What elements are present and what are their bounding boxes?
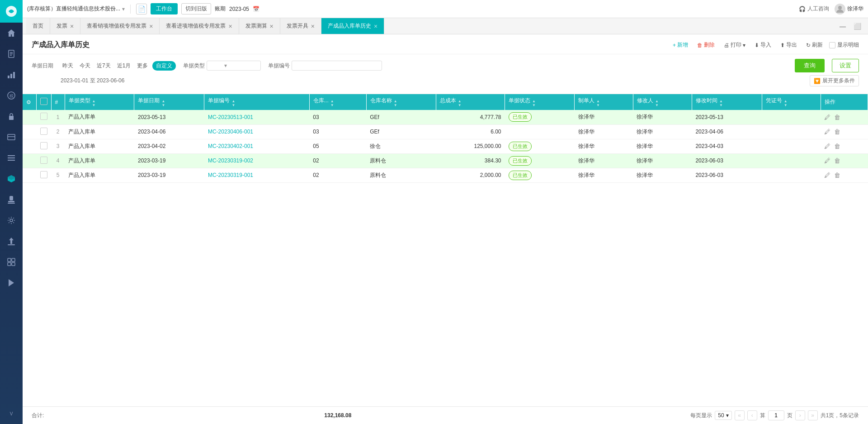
export-button[interactable]: ⬆ 导出	[778, 40, 800, 50]
last-page-button[interactable]: »	[808, 410, 818, 420]
col-creator[interactable]: 制单人▲▼	[575, 94, 633, 110]
tab-invoice-open[interactable]: 发票开具 ×	[280, 18, 321, 34]
print-button[interactable]: 🖨 打印 ▾	[721, 40, 748, 50]
row-number[interactable]: MC-20230319-002	[204, 153, 309, 168]
row-delete-button[interactable]: 🗑	[834, 128, 840, 135]
shortcut-1month[interactable]: 近1月	[115, 61, 133, 71]
row-delete-button[interactable]: 🗑	[834, 157, 840, 164]
col-modifier[interactable]: 修改人▲▼	[633, 94, 692, 110]
row-total-cost: 2,000.00	[436, 168, 505, 182]
row-edit-button[interactable]: 🖉	[824, 143, 830, 150]
sidebar-item-version[interactable]: V	[0, 403, 23, 424]
tab-close-invoice-open[interactable]: ×	[311, 23, 315, 29]
col-settings[interactable]: ⚙	[23, 94, 36, 110]
row-checkbox[interactable]	[40, 171, 47, 178]
row-status: 已生效	[505, 168, 575, 182]
row-delete-button[interactable]: 🗑	[834, 114, 840, 121]
col-select-all[interactable]	[36, 94, 51, 110]
col-warehouse-code[interactable]: 仓库...▲▼	[309, 94, 366, 110]
number-input[interactable]	[292, 61, 382, 71]
sidebar-item-tax[interactable]: 税	[0, 85, 23, 106]
sidebar-item-settings2[interactable]	[0, 210, 23, 231]
company-name[interactable]: (库存核算）直播轻纯通信息技术股份... ▾	[27, 5, 125, 13]
prev-page-button[interactable]: ‹	[747, 410, 757, 420]
user-menu[interactable]: 徐泽华	[835, 4, 863, 14]
date-filter-label: 单据日期	[32, 62, 53, 70]
tab-close-purchase-vat[interactable]: ×	[228, 23, 232, 29]
first-page-button[interactable]: «	[735, 410, 745, 420]
tab-purchase-vat[interactable]: 查看进项增值税专用发票 ×	[160, 18, 239, 34]
shortcut-today[interactable]: 今天	[78, 61, 92, 71]
col-total-cost[interactable]: 总成本▲▼	[436, 94, 505, 110]
show-detail-checkbox[interactable]	[829, 42, 835, 48]
row-edit-button[interactable]: 🖉	[824, 128, 830, 135]
tab-home[interactable]: 首页	[26, 18, 50, 34]
page-number-input[interactable]	[768, 410, 784, 420]
workbench-button[interactable]: 工作台	[151, 3, 178, 14]
shortcut-7days[interactable]: 近7天	[95, 61, 113, 71]
next-page-button[interactable]: ›	[795, 410, 805, 420]
select-all-checkbox[interactable]	[40, 98, 47, 105]
col-number[interactable]: 单据编号▲▼	[204, 94, 309, 110]
shortcut-custom[interactable]: 自定义	[152, 61, 176, 71]
sidebar-item-lock[interactable]	[0, 106, 23, 127]
sidebar-item-invoice[interactable]	[0, 127, 23, 148]
delete-icon: 🗑	[697, 42, 703, 48]
set-button[interactable]: 设置	[832, 59, 859, 72]
col-modify-time[interactable]: 修改时间▲▼	[692, 94, 762, 110]
row-delete-button[interactable]: 🗑	[834, 143, 840, 150]
row-number[interactable]: MC-20230406-001	[204, 124, 309, 139]
sidebar-item-play[interactable]	[0, 272, 23, 293]
tab-product-in[interactable]: 产成品入库单历史 ×	[321, 18, 384, 34]
tab-sales-vat[interactable]: 查看销项增值税专用发票 ×	[80, 18, 160, 34]
col-warehouse-name[interactable]: 仓库名称▲▼	[366, 94, 436, 110]
row-number[interactable]: MC-20230319-001	[204, 168, 309, 182]
row-checkbox[interactable]	[40, 113, 47, 120]
sidebar-item-home[interactable]	[0, 23, 23, 43]
col-type[interactable]: 单据类型▲▼	[65, 94, 134, 110]
per-page-select[interactable]: 50 ▾	[715, 411, 731, 420]
service-button[interactable]: 🎧 人工咨询	[799, 5, 829, 13]
show-detail-toggle[interactable]: 显示明细	[829, 41, 859, 49]
type-select[interactable]: ▾	[207, 61, 261, 71]
shortcut-more[interactable]: 更多	[135, 61, 150, 71]
sidebar-item-box[interactable]	[0, 168, 23, 189]
sidebar-item-settings[interactable]	[0, 252, 23, 272]
query-button[interactable]: 查询	[795, 59, 825, 72]
col-status[interactable]: 单据状态▲▼	[505, 94, 575, 110]
import-button[interactable]: ⬇ 导入	[752, 40, 774, 50]
sidebar-item-chart[interactable]	[0, 64, 23, 85]
calendar-icon[interactable]: 📅	[253, 6, 259, 12]
row-edit-button[interactable]: 🖉	[824, 157, 830, 164]
new-button[interactable]: + 新增	[670, 40, 691, 50]
row-number[interactable]: MC-20230513-001	[204, 110, 309, 124]
row-edit-button[interactable]: 🖉	[824, 172, 830, 179]
tab-invoice-calc[interactable]: 发票测算 ×	[239, 18, 280, 34]
doc-icon[interactable]: 📄	[136, 4, 147, 14]
shortcut-yesterday[interactable]: 昨天	[61, 61, 75, 71]
tab-invoice[interactable]: 发票 ×	[50, 18, 80, 34]
row-delete-button[interactable]: 🗑	[834, 172, 840, 179]
plus-icon: +	[673, 42, 676, 48]
tab-close-sales-vat[interactable]: ×	[149, 23, 153, 29]
sidebar-item-stamp[interactable]	[0, 189, 23, 210]
col-voucher[interactable]: 凭证号▲▼	[762, 94, 821, 110]
switch-version-button[interactable]: 切到旧版	[181, 3, 211, 14]
row-number[interactable]: MC-20230402-001	[204, 139, 309, 153]
sidebar-item-list[interactable]	[0, 148, 23, 168]
refresh-button[interactable]: ↻ 刷新	[803, 40, 826, 50]
row-checkbox[interactable]	[40, 142, 47, 149]
sidebar-item-doc[interactable]	[0, 43, 23, 64]
row-checkbox[interactable]	[40, 128, 47, 135]
tab-close-product-in[interactable]: ×	[374, 23, 377, 29]
tab-maximize-button[interactable]: ⬜	[852, 21, 863, 32]
col-date[interactable]: 单据日期▲▼	[134, 94, 204, 110]
delete-button[interactable]: 🗑 删除	[694, 40, 717, 50]
sidebar-item-upload[interactable]	[0, 231, 23, 252]
tab-minimize-button[interactable]: —	[837, 21, 848, 32]
tab-close-invoice[interactable]: ×	[70, 23, 74, 29]
row-checkbox[interactable]	[40, 157, 47, 164]
tab-close-invoice-calc[interactable]: ×	[270, 23, 274, 29]
expand-conditions-button[interactable]: 🔽 展开更多条件	[810, 75, 859, 86]
row-edit-button[interactable]: 🖉	[824, 114, 830, 121]
